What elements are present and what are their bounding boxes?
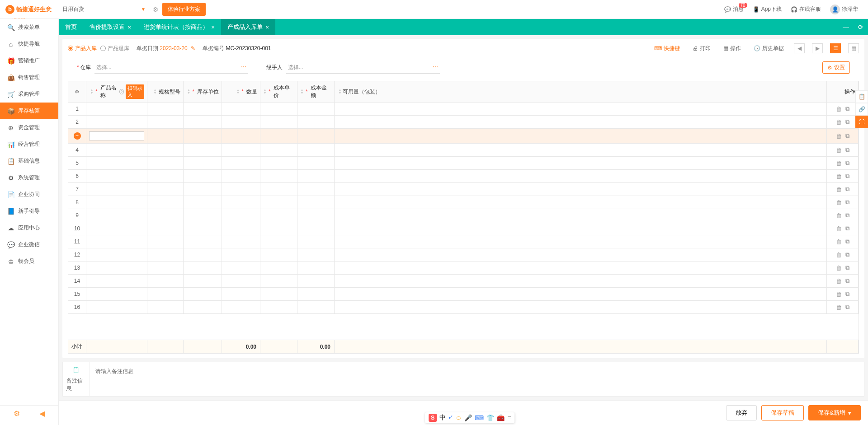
copy-row-icon[interactable]: ⧉ [845,199,849,206]
save-draft-button[interactable]: 保存草稿 [761,405,804,420]
tab[interactable]: 产成品入库单✕ [221,19,275,35]
sidebar-item[interactable]: 📋基础信息 [0,153,58,169]
table-row[interactable]: 12🗑⧉ [68,248,859,262]
delete-row-icon[interactable]: 🗑 [836,304,842,311]
sort-icon[interactable]: ▲▼ [300,89,304,94]
settings-icon[interactable]: ⚙ [14,409,20,418]
sort-icon[interactable]: ▲▼ [263,89,267,94]
col-qty[interactable]: ▲▼ *数量 [222,81,260,102]
copy-row-icon[interactable]: ⧉ [845,105,849,112]
table-row[interactable]: 11🗑⧉ [68,235,859,248]
scan-input-tag[interactable]: 扫码录入 [126,84,144,99]
delete-row-icon[interactable]: 🗑 [836,173,842,180]
tab-minimize[interactable]: — [838,23,854,31]
add-row-button[interactable]: + [74,132,81,140]
copy-row-icon[interactable]: ⧉ [845,146,849,154]
discard-button[interactable]: 放弃 [726,405,757,420]
prev-button[interactable]: ◀ [794,43,805,53]
copy-row-icon[interactable]: ⧉ [845,264,849,271]
table-row[interactable]: 14🗑⧉ [68,275,859,288]
remark-input[interactable] [90,362,864,396]
copy-row-icon[interactable]: ⧉ [845,251,849,258]
ime-menu-icon[interactable]: ≡ [507,414,511,421]
delete-row-icon[interactable]: 🗑 [836,119,842,126]
online-service-button[interactable]: 🎧 在线客服 [791,5,821,13]
sidebar-item[interactable]: ⚙系统管理 [0,169,58,186]
tab[interactable]: 进货单统计表（按商品）✕ [137,19,221,35]
sort-icon[interactable]: ▲▼ [338,89,342,94]
table-row[interactable]: 15🗑⧉ [68,288,859,301]
float-tool-expand[interactable]: ⛶ [855,116,868,128]
col-available[interactable]: ▲▼ 可用量（包装） [335,81,827,102]
sidebar-item[interactable]: 🎁营销推广 [0,52,58,69]
table-row[interactable]: 1🗑⧉ [68,103,859,116]
copy-row-icon[interactable]: ⧉ [845,186,849,193]
next-button[interactable]: ▶ [812,43,823,53]
radio-product-out[interactable]: 产品退库 [100,45,129,52]
settings-button[interactable]: ⚙ 设置 [822,61,850,74]
tab[interactable]: 首页 [59,19,83,35]
float-tool-1[interactable]: 📋 [855,90,868,103]
ime-punct[interactable]: •ʼ [448,414,453,421]
view-list-button[interactable]: ☰ [830,43,841,53]
table-row[interactable]: 9🗑⧉ [68,209,859,222]
delete-row-icon[interactable]: 🗑 [836,291,842,298]
copy-row-icon[interactable]: ⧉ [845,132,849,140]
close-icon[interactable]: ✕ [211,25,215,30]
sidebar-item[interactable]: 👜销售管理 [0,69,58,86]
view-grid-button[interactable]: ▦ [848,43,859,53]
gear-icon[interactable]: ⚙ [153,6,159,13]
copy-row-icon[interactable]: ⧉ [845,118,849,126]
warehouse-select[interactable]: 选择... ⋯ [94,62,248,74]
table-row[interactable]: 4🗑⧉ [68,144,859,157]
copy-row-icon[interactable]: ⧉ [845,173,849,180]
help-icon[interactable]: ? [119,89,124,94]
copy-row-icon[interactable]: ⧉ [845,290,849,298]
col-spec[interactable]: ▲▼ 规格型号 [147,81,184,102]
tab-refresh[interactable]: ⟳ [854,23,868,31]
operate-button[interactable]: ▦ 操作 [721,44,744,53]
delete-row-icon[interactable]: 🗑 [836,147,842,154]
ime-toolbox-icon[interactable]: 🧰 [497,414,505,421]
table-row[interactable]: 16🗑⧉ [68,301,859,314]
table-row[interactable]: 5🗑⧉ [68,157,859,170]
ime-zh[interactable]: 中 [439,414,446,422]
delete-row-icon[interactable]: 🗑 [836,199,842,206]
operator-select[interactable]: 选择... ⋯ [286,62,440,74]
collapse-icon[interactable]: ◀ [39,409,45,418]
more-icon[interactable]: ⋯ [433,64,438,71]
print-button[interactable]: 🖨 打印 [690,44,713,53]
category-select[interactable]: 日用百货 ▼ [59,4,149,15]
table-row[interactable]: 6🗑⧉ [68,170,859,183]
table-row[interactable]: 2🗑⧉ [68,116,859,129]
col-amount[interactable]: ▲▼ *成本金额 [297,81,335,102]
product-name-input[interactable] [89,131,144,140]
radio-product-in[interactable]: 产品入库 [68,45,97,52]
app-download-button[interactable]: 📱 App下载 [753,5,782,13]
trial-plan-button[interactable]: 体验行业方案 [162,3,206,16]
ime-mic-icon[interactable]: 🎤 [464,414,472,421]
delete-row-icon[interactable]: 🗑 [836,212,842,219]
col-price[interactable]: ▲▼ *成本单价 [260,81,297,102]
sidebar-item[interactable]: ⌂快捷导航 [0,36,58,52]
col-name[interactable]: ▲▼ *产品名称 ? 扫码录入 [86,81,147,102]
tab[interactable]: 售价提取设置✕ [83,19,137,35]
delete-row-icon[interactable]: 🗑 [836,106,842,112]
row-config-header[interactable]: ⚙ [68,81,86,102]
more-icon[interactable]: ⋯ [241,64,246,71]
delete-row-icon[interactable]: 🗑 [836,278,842,285]
save-new-button[interactable]: 保存&新增 ▾ [808,405,861,420]
table-row[interactable]: +🗑⧉ [68,129,859,144]
sidebar-item[interactable]: 📄企业协同 [0,186,58,203]
delete-row-icon[interactable]: 🗑 [836,133,842,140]
sidebar-item[interactable]: ⊕资金管理 [0,119,58,136]
delete-row-icon[interactable]: 🗑 [836,252,842,258]
delete-row-icon[interactable]: 🗑 [836,265,842,271]
ime-skin-icon[interactable]: 👕 [486,414,494,421]
table-row[interactable]: 7🗑⧉ [68,183,859,196]
close-icon[interactable]: ✕ [265,25,269,30]
shortcut-button[interactable]: ⌨ 快捷键 [651,44,683,53]
close-icon[interactable]: ✕ [127,25,131,30]
user-menu[interactable]: 👤 徐泽华 [830,5,858,14]
ime-sogou-icon[interactable]: S [429,414,437,422]
